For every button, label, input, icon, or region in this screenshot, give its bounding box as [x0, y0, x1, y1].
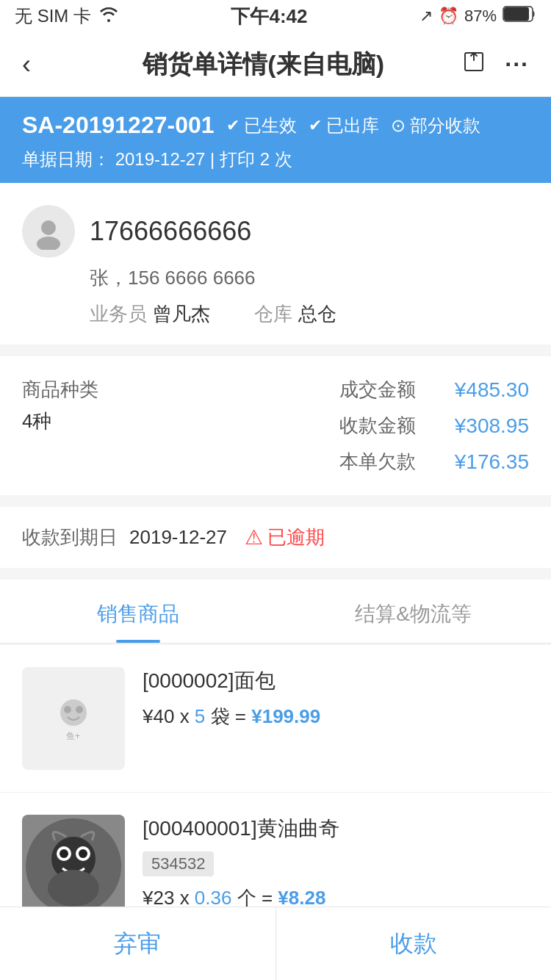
list-item: 鱼+ [0000002]面包 ¥40 x 5 袋 = ¥199.99 [0, 645, 551, 793]
status-partial-paid: ⊙ 部分收款 [391, 114, 480, 137]
svg-rect-1 [504, 7, 529, 21]
product-tabs: 销售商品 结算&物流等 [0, 580, 551, 644]
tab-sales-product[interactable]: 销售商品 [0, 580, 276, 643]
svg-point-5 [60, 699, 87, 726]
customer-meta: 业务员 曾凡杰 仓库 总仓 [90, 301, 529, 327]
time-display: 下午4:42 [231, 4, 307, 29]
cancel-review-button[interactable]: 弃审 [0, 907, 276, 980]
overdue-badge: ⚠ 已逾期 [245, 525, 325, 550]
product-type-label: 商品种类 [22, 377, 98, 403]
product-price-1: ¥40 x 5 袋 = ¥199.99 [143, 704, 529, 729]
due-label: 收款到期日 [22, 525, 118, 550]
header-banner: SA-20191227-001 ✔ 已生效 ✔ 已出库 ⊙ 部分收款 单据日期：… [0, 97, 551, 183]
received-row: 收款金额 ¥308.95 [328, 413, 529, 439]
svg-point-13 [60, 849, 68, 858]
wifi-icon [98, 6, 119, 26]
bottom-actions: 弃审 收款 [0, 907, 551, 980]
product-qty-1: 5 [195, 705, 205, 727]
nav-bar: ‹ 销货单详情(来自电脑) ··· [0, 32, 551, 97]
customer-name-row: 17666666666 [22, 205, 529, 258]
carrier-label: 无 SIM 卡 [15, 4, 91, 28]
amount-label: 成交金额 [328, 377, 416, 403]
order-id-row: SA-20191227-001 ✔ 已生效 ✔ 已出库 ⊙ 部分收款 [22, 112, 529, 139]
nav-actions: ··· [461, 48, 529, 81]
warehouse-label: 仓库 [254, 301, 292, 327]
status-effective: ✔ 已生效 [226, 114, 297, 137]
collect-button[interactable]: 收款 [276, 907, 552, 980]
status-bar: 无 SIM 卡 下午4:42 ↗ ⏰ 87% [0, 0, 551, 32]
order-id: SA-20191227-001 [22, 112, 215, 139]
battery-icon [503, 6, 536, 26]
location-icon: ↗ [419, 7, 433, 26]
status-left: 无 SIM 卡 [15, 4, 119, 28]
owed-row: 本单欠款 ¥176.35 [328, 449, 529, 475]
product-list: 鱼+ [0000002]面包 ¥40 x 5 袋 = ¥199.99 [0, 645, 551, 940]
customer-username: 17666666666 [90, 216, 251, 247]
page-title: 销货单详情(来自电脑) [143, 48, 384, 82]
sales-label: 业务员 [90, 301, 147, 327]
status-shipped: ✔ 已出库 [309, 114, 379, 137]
svg-point-14 [79, 849, 87, 858]
product-type-count: 4种 [22, 408, 98, 434]
owed-label: 本单欠款 [328, 449, 416, 475]
alarm-icon: ⏰ [439, 7, 458, 26]
product-total-2: ¥8.28 [278, 887, 325, 909]
product-image-1: 鱼+ [22, 667, 125, 770]
svg-text:鱼+: 鱼+ [66, 731, 80, 741]
amount-value: ¥485.30 [433, 378, 529, 402]
stats-section: 商品种类 4种 成交金额 ¥485.30 收款金额 ¥308.95 本单欠款 ¥… [0, 356, 551, 495]
status-right: ↗ ⏰ 87% [419, 6, 536, 26]
check-icon-2: ✔ [309, 116, 322, 135]
received-value: ¥308.95 [433, 414, 529, 438]
avatar [22, 205, 75, 258]
overdue-text: 已逾期 [267, 525, 325, 550]
overdue-icon: ⚠ [245, 525, 263, 550]
stats-left: 商品种类 4种 [22, 377, 98, 434]
product-image-2 [22, 815, 125, 918]
battery-level: 87% [464, 7, 497, 26]
received-label: 收款金额 [328, 413, 416, 439]
owed-value: ¥176.35 [433, 450, 529, 474]
product-tag-2: 534532 [143, 851, 214, 876]
due-date: 2019-12-27 [129, 526, 227, 549]
stats-right: 成交金额 ¥485.30 收款金额 ¥308.95 本单欠款 ¥176.35 [328, 377, 529, 475]
check-icon-1: ✔ [226, 116, 240, 135]
back-button[interactable]: ‹ [22, 49, 66, 80]
warehouse-name: 总仓 [298, 301, 336, 327]
svg-point-15 [48, 870, 99, 907]
clock-icon: ⊙ [391, 115, 406, 136]
svg-point-3 [41, 220, 56, 235]
svg-point-7 [76, 706, 83, 713]
product-name-2: [000400001]黄油曲奇 [143, 815, 529, 843]
due-date-section: 收款到期日 2019-12-27 ⚠ 已逾期 [0, 507, 551, 568]
product-name-1: [0000002]面包 [143, 667, 529, 695]
tab-settlement[interactable]: 结算&物流等 [276, 580, 551, 643]
product-info-2: [000400001]黄油曲奇 534532 ¥23 x 0.36 个 = ¥8… [143, 815, 529, 911]
customer-contact: 张，156 6666 6666 [90, 265, 529, 291]
product-info-1: [0000002]面包 ¥40 x 5 袋 = ¥199.99 [143, 667, 529, 729]
customer-section: 17666666666 张，156 6666 6666 业务员 曾凡杰 仓库 总… [0, 183, 551, 345]
product-qty-2: 0.36 [195, 887, 232, 909]
sales-name: 曾凡杰 [153, 301, 210, 327]
order-date-row: 单据日期： 2019-12-27 | 打印 2 次 [22, 148, 529, 171]
svg-point-6 [64, 706, 71, 713]
amount-row: 成交金额 ¥485.30 [328, 377, 529, 403]
more-icon[interactable]: ··· [505, 51, 529, 78]
product-total-1: ¥199.99 [251, 705, 320, 727]
svg-point-4 [37, 237, 60, 250]
share-icon[interactable] [461, 48, 487, 81]
